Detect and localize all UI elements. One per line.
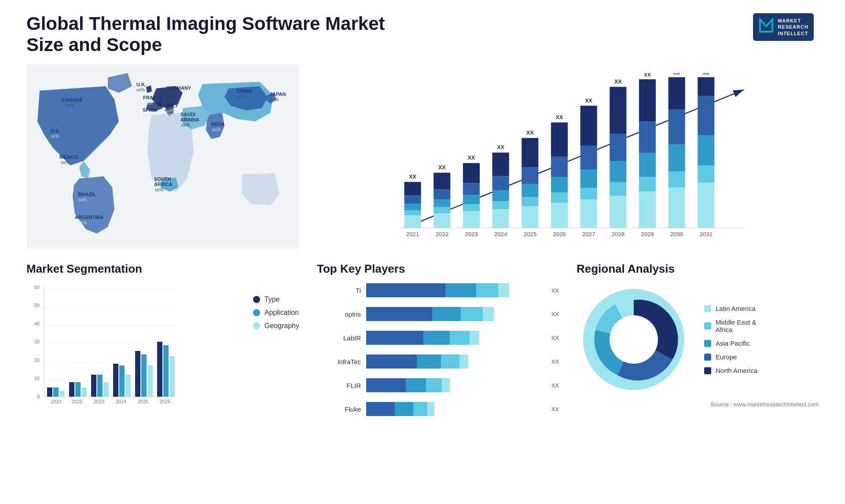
svg-rect-134 xyxy=(75,382,81,397)
svg-text:CANADA: CANADA xyxy=(62,97,83,102)
svg-text:2027: 2027 xyxy=(582,231,595,237)
svg-text:FRANCE: FRANCE xyxy=(143,95,163,100)
svg-text:XX: XX xyxy=(673,73,680,76)
svg-text:xx%: xx% xyxy=(65,103,73,108)
svg-text:xx%: xx% xyxy=(143,113,152,118)
svg-rect-151 xyxy=(169,356,175,397)
svg-rect-160 xyxy=(483,307,494,321)
svg-rect-80 xyxy=(610,161,626,183)
svg-rect-56 xyxy=(492,190,509,201)
svg-text:ITALY: ITALY xyxy=(165,103,179,108)
svg-rect-142 xyxy=(119,365,125,397)
svg-text:INDIA: INDIA xyxy=(211,121,224,127)
svg-text:XX: XX xyxy=(526,130,534,136)
svg-rect-130 xyxy=(53,387,59,397)
players-container: Ti XX optris xyxy=(317,282,559,417)
svg-text:xx%: xx% xyxy=(238,94,246,99)
svg-rect-46 xyxy=(434,173,450,190)
svg-rect-176 xyxy=(427,402,434,416)
svg-rect-48 xyxy=(463,211,480,228)
svg-rect-137 xyxy=(91,375,96,397)
svg-text:30: 30 xyxy=(34,339,40,344)
svg-text:xx%: xx% xyxy=(212,127,220,132)
svg-rect-175 xyxy=(413,402,427,416)
bar-chart-svg: XX XX xyxy=(317,73,819,249)
regional-section: Regional Analysis xyxy=(577,262,819,432)
svg-rect-76 xyxy=(580,106,597,146)
svg-rect-44 xyxy=(434,200,450,207)
svg-rect-75 xyxy=(580,146,597,169)
svg-rect-138 xyxy=(97,375,103,397)
svg-rect-163 xyxy=(450,331,470,345)
svg-text:2022: 2022 xyxy=(435,231,448,237)
svg-rect-40 xyxy=(404,182,421,195)
svg-text:BRAZIL: BRAZIL xyxy=(78,192,96,197)
chart-section: XX XX xyxy=(317,64,819,249)
svg-text:50: 50 xyxy=(34,303,40,308)
svg-text:2021: 2021 xyxy=(51,399,62,404)
svg-rect-174 xyxy=(395,402,413,416)
svg-text:U.K.: U.K. xyxy=(136,82,146,87)
svg-rect-66 xyxy=(551,203,568,228)
svg-text:2021: 2021 xyxy=(406,231,419,237)
players-section: Top Key Players Ti XX optr xyxy=(317,262,559,432)
svg-rect-170 xyxy=(406,378,426,392)
svg-rect-94 xyxy=(669,77,685,110)
svg-rect-131 xyxy=(59,391,65,397)
seg-chart-container: 0 10 20 30 40 50 60 xyxy=(26,282,299,432)
svg-text:CHINA: CHINA xyxy=(237,88,252,94)
svg-text:2026: 2026 xyxy=(160,399,170,404)
svg-rect-57 xyxy=(492,176,509,190)
legend-latin-america: Latin America xyxy=(704,305,757,312)
player-row-ti: Ti XX xyxy=(317,282,559,298)
page-wrapper: Global Thermal Imaging Software Market S… xyxy=(0,0,845,504)
svg-rect-43 xyxy=(434,207,450,213)
svg-rect-149 xyxy=(157,342,162,397)
svg-rect-168 xyxy=(459,354,468,369)
svg-rect-45 xyxy=(434,190,450,200)
svg-rect-145 xyxy=(135,351,140,397)
source-text: Source : www.marketresearchintellect.com xyxy=(577,401,819,408)
svg-rect-100 xyxy=(698,77,714,96)
svg-rect-169 xyxy=(366,378,406,392)
svg-rect-90 xyxy=(669,187,685,228)
svg-rect-167 xyxy=(441,354,459,369)
map-section: CANADA xx% U.S. xx% MEXICO xx% BRAZIL xx… xyxy=(26,64,299,249)
svg-text:AFRICA: AFRICA xyxy=(154,182,173,187)
svg-rect-165 xyxy=(366,354,417,369)
svg-rect-60 xyxy=(522,206,538,228)
legend-geography: Geography xyxy=(253,322,299,330)
svg-rect-88 xyxy=(639,79,656,121)
seg-legend: Type Application Geography xyxy=(253,282,299,330)
svg-rect-91 xyxy=(669,172,685,187)
logo-area: MARKET RESEARCH INTELLECT xyxy=(748,13,819,41)
svg-rect-154 xyxy=(445,283,476,297)
svg-text:XX: XX xyxy=(585,98,592,104)
legend-asia-pacific: Asia Pacific xyxy=(704,340,757,347)
svg-rect-72 xyxy=(580,200,597,228)
svg-text:XX: XX xyxy=(409,174,416,180)
players-title: Top Key Players xyxy=(317,262,559,276)
svg-text:JAPAN: JAPAN xyxy=(270,91,286,97)
segmentation-title: Market Segmentation xyxy=(26,262,299,276)
svg-rect-155 xyxy=(476,283,498,297)
svg-text:xx%: xx% xyxy=(271,97,279,102)
svg-rect-50 xyxy=(463,195,480,204)
svg-point-179 xyxy=(610,315,658,364)
svg-rect-38 xyxy=(404,204,421,210)
svg-rect-96 xyxy=(698,183,714,228)
svg-text:xx%: xx% xyxy=(61,160,69,165)
donut-chart xyxy=(577,282,691,397)
logo-text: MARKET RESEARCH INTELLECT xyxy=(778,18,808,37)
svg-rect-55 xyxy=(492,201,509,209)
svg-rect-150 xyxy=(163,345,169,397)
svg-rect-171 xyxy=(426,378,442,392)
bar-chart-container: XX XX xyxy=(317,64,819,249)
svg-text:2028: 2028 xyxy=(611,231,625,237)
svg-rect-98 xyxy=(698,135,714,166)
svg-rect-141 xyxy=(113,364,118,397)
svg-text:XX: XX xyxy=(468,155,475,161)
svg-rect-147 xyxy=(147,365,153,397)
svg-rect-92 xyxy=(669,144,685,172)
svg-text:2024: 2024 xyxy=(494,231,507,237)
